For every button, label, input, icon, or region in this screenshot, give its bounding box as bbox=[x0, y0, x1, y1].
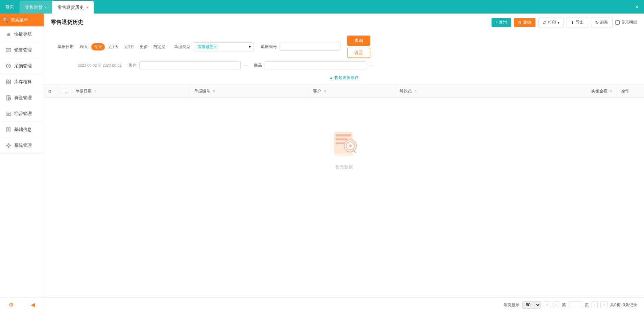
date-1month-btn[interactable]: 近1月 bbox=[122, 43, 137, 50]
sidebar-item-base-info[interactable]: 基础信息 bbox=[0, 122, 44, 138]
customer-input[interactable] bbox=[139, 61, 241, 69]
prev-page-button[interactable]: ‹ bbox=[553, 302, 559, 308]
first-page-button[interactable]: « bbox=[544, 302, 551, 308]
bill-type-tag-text: 零售退货 bbox=[198, 44, 213, 49]
finance-icon bbox=[5, 95, 11, 101]
gear-icon: ⚙ bbox=[48, 89, 52, 94]
bill-type-tag-remove[interactable]: × bbox=[214, 45, 216, 49]
print-button[interactable]: 🖨 打印 ▾ bbox=[538, 18, 564, 27]
th-action-label: 操作 bbox=[621, 89, 629, 93]
print-chevron-icon: ▾ bbox=[557, 20, 559, 25]
page-header: 零售退货历史 + 新增 🗑 删除 🖨 打印 ▾ ⬆ 导出 bbox=[44, 14, 644, 85]
page-prefix: 第 bbox=[562, 302, 566, 308]
sidebar-item-finance[interactable]: 资金管理 bbox=[0, 90, 44, 106]
bill-number-input[interactable] bbox=[280, 43, 340, 51]
refresh-button[interactable]: ↻ 刷新 bbox=[591, 18, 613, 27]
bill-type-select[interactable]: 零售退货 × ▾ bbox=[193, 42, 254, 51]
sidebar-item-base-info-label: 基础信息 bbox=[14, 127, 32, 133]
date-yesterday-btn[interactable]: 昨天 bbox=[78, 43, 90, 50]
filter-row-2: 2023-06-02 至 2023-06-02 客户 ··· 商品 ··· bbox=[57, 61, 630, 69]
top-bar: 首页 零售退货 × 零售退货历史 × × bbox=[0, 0, 644, 14]
svg-point-19 bbox=[349, 144, 352, 147]
sidebar-item-sales-mgmt[interactable]: 销售管理 bbox=[0, 42, 44, 58]
svg-rect-3 bbox=[9, 80, 10, 82]
tab-retail-return-history[interactable]: 零售退货历史 × bbox=[52, 1, 93, 14]
delete-button[interactable]: 🗑 删除 bbox=[514, 18, 535, 27]
export-button[interactable]: ⬆ 导出 bbox=[567, 18, 588, 27]
display-detail-input[interactable] bbox=[615, 20, 620, 25]
tab-home[interactable]: 首页 bbox=[0, 0, 20, 14]
date-7days-btn[interactable]: 近7天 bbox=[106, 43, 121, 50]
sidebar-item-operation[interactable]: 经营管理 bbox=[0, 106, 44, 122]
new-button[interactable]: + 新增 bbox=[492, 18, 511, 27]
next-page-button[interactable]: › bbox=[592, 302, 598, 308]
page-number-input[interactable]: 1 bbox=[569, 302, 582, 308]
th-action: 操作 bbox=[617, 85, 644, 98]
th-bill-date-label: 单据日期 bbox=[75, 89, 92, 93]
customer-label: 客户 bbox=[128, 63, 137, 68]
th-guide-label: 导购员 bbox=[400, 89, 412, 93]
th-customer-label: 客户 bbox=[313, 89, 321, 93]
sidebar-item-sys-mgmt-label: 系统管理 bbox=[14, 142, 32, 149]
select-all-checkbox[interactable] bbox=[62, 89, 66, 93]
search-icon: 🔍 bbox=[3, 17, 8, 23]
goods-dots: ··· bbox=[369, 63, 373, 68]
goods-input[interactable] bbox=[265, 61, 366, 69]
th-bill-date[interactable]: 单据日期 ⇅ bbox=[71, 85, 190, 98]
date-more-btn[interactable]: 更多 bbox=[138, 43, 150, 50]
tab-retail-return-history-close[interactable]: × bbox=[86, 5, 88, 9]
sidebar-item-purchase-mgmt[interactable]: 采购管理 bbox=[0, 58, 44, 74]
tab-retail-return-label: 零售退货 bbox=[25, 4, 43, 10]
empty-text: 暂无数据 bbox=[335, 164, 353, 170]
total-label: 共0页, 0条记录 bbox=[610, 302, 637, 308]
sidebar-item-quick-nav[interactable]: ⊞ 快捷导航 bbox=[0, 26, 44, 42]
sidebar-item-finance-label: 资金管理 bbox=[14, 95, 32, 101]
sidebar-item-operation-label: 经营管理 bbox=[14, 111, 32, 117]
sidebar-item-inventory[interactable]: 库存核算 bbox=[0, 74, 44, 90]
export-label: 导出 bbox=[576, 20, 584, 25]
th-guide[interactable]: 导购员 ⇅ bbox=[395, 85, 498, 98]
customer-filter: 客户 ··· bbox=[128, 61, 247, 69]
pagination-bar: 每页显示 20 50 100 « ‹ 第 1 页 › » 共0页, 0条记录 bbox=[44, 297, 644, 312]
svg-rect-0 bbox=[6, 48, 11, 52]
th-bill-number[interactable]: 单据编号 ⇅ bbox=[190, 85, 309, 98]
svg-point-10 bbox=[8, 145, 9, 147]
base-info-icon bbox=[5, 127, 11, 133]
customer-dots: ··· bbox=[243, 63, 247, 68]
filter-area: 单据日期 昨天 今天 近7天 近1月 更多 自定义 单据类型 bbox=[51, 31, 637, 85]
data-table: ⚙ 单据日期 ⇅ 单据编号 ⇅ bbox=[44, 85, 644, 98]
inventory-icon bbox=[5, 79, 11, 85]
goods-label: 商品 bbox=[254, 63, 262, 68]
sidebar-settings-btn[interactable]: ⚙ bbox=[9, 302, 14, 308]
tab-retail-return-close[interactable]: × bbox=[45, 5, 47, 9]
last-page-button[interactable]: » bbox=[600, 302, 607, 308]
date-custom-btn[interactable]: 自定义 bbox=[151, 43, 167, 50]
query-button[interactable]: 查询 bbox=[347, 36, 370, 46]
th-checkbox[interactable] bbox=[57, 85, 71, 98]
delete-label: 删除 bbox=[523, 20, 531, 25]
tab-retail-return[interactable]: 零售退货 × bbox=[20, 1, 52, 14]
set-button[interactable]: 设置 bbox=[347, 48, 370, 58]
collapse-button[interactable]: ▲ 收起更多条件 bbox=[329, 75, 359, 81]
sidebar-item-sys-mgmt[interactable]: 系统管理 bbox=[0, 138, 44, 154]
customer-sort-icon: ⇅ bbox=[324, 89, 326, 93]
bill-date-sort-icon: ⇅ bbox=[94, 89, 97, 93]
sidebar: 🔍 搜索菜单 ⊞ 快捷导航 销售管理 采购管理 bbox=[0, 14, 44, 312]
th-actual-amount[interactable]: 实销金额 ⇅ bbox=[498, 85, 617, 98]
sidebar-search[interactable]: 🔍 搜索菜单 bbox=[0, 14, 44, 26]
operation-icon bbox=[5, 111, 11, 117]
th-customer[interactable]: 客户 ⇅ bbox=[309, 85, 395, 98]
actual-amount-sort-icon: ⇅ bbox=[610, 89, 613, 93]
page-size-select[interactable]: 20 50 100 bbox=[522, 301, 541, 309]
th-gear[interactable]: ⚙ bbox=[44, 85, 57, 98]
svg-rect-5 bbox=[9, 82, 10, 84]
display-detail-checkbox[interactable]: 显示明细 bbox=[615, 20, 637, 25]
window-close-button[interactable]: × bbox=[629, 3, 644, 10]
sidebar-item-inventory-label: 库存核算 bbox=[14, 79, 32, 85]
delete-icon: 🗑 bbox=[518, 20, 522, 25]
query-buttons: 查询 设置 bbox=[347, 36, 370, 58]
sidebar-collapse-btn[interactable]: ◀ bbox=[31, 302, 35, 308]
export-icon: ⬆ bbox=[571, 20, 574, 25]
date-today-btn[interactable]: 今天 bbox=[91, 43, 105, 50]
bill-number-sort-icon: ⇅ bbox=[213, 89, 215, 93]
